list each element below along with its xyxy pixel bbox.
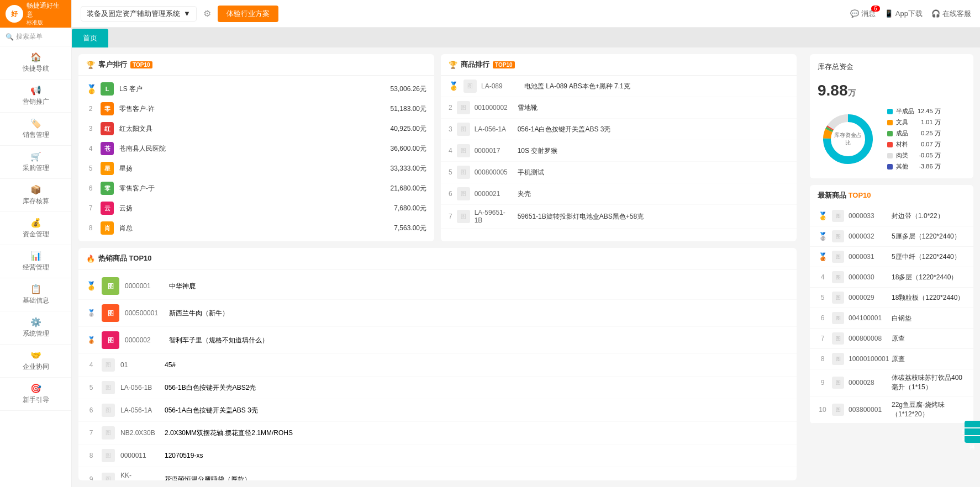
table-row: 3 图 LA-056-1A 056-1A白色按键开关盖ABS 3壳 (441, 119, 797, 140)
sidebar-search[interactable]: 🔍 搜索菜单 (0, 28, 71, 46)
list-item: 10 图 003800001 22g鱼豆腐-烧烤味（1*12*20） (810, 396, 973, 424)
sidebar-item-guide[interactable]: 🎯 新手引导 (0, 378, 71, 411)
table-row: 2 图 001000002 雪地靴 (441, 97, 797, 119)
table-row: 5 图 000800005 手机测试 (441, 162, 797, 183)
product-code: 0000001 (125, 282, 164, 290)
legend-color (887, 153, 893, 158)
list-item: 9 图 0000028 体碳荔枝味苏打饮品400毫升（1*15） (810, 369, 973, 396)
list-item: 8 图 10000100001 原查 (810, 349, 973, 369)
sidebar-item-operation[interactable]: 📊 经营管理 (0, 245, 71, 278)
sidebar-item-finance[interactable]: 💰 资金管理 (0, 212, 71, 245)
product-ranking-badge: TOP10 (493, 61, 515, 68)
logo-icon: 好 (6, 5, 23, 23)
product-code: 004100001 (849, 314, 887, 322)
product-name: 12070519-xs (165, 452, 203, 459)
product-thumbnail: 图 (457, 123, 470, 136)
rank-number: 5 (818, 294, 828, 301)
avatar: 肖 (101, 221, 114, 235)
product-thumbnail: 图 (102, 277, 119, 295)
app-download-button[interactable]: 📱 App下载 (884, 9, 923, 19)
donut-center-label: 库存资金占比 (833, 131, 863, 147)
rank-number: 9 (818, 379, 828, 387)
avatar: 零 (101, 182, 114, 195)
tab-home[interactable]: 首页 (72, 29, 108, 47)
rank-number: 4 (86, 361, 96, 369)
trial-button[interactable]: 体验行业方案 (218, 6, 278, 22)
table-row: 6 图 0000021 夹壳 (441, 183, 797, 205)
legend-item: 半成品 12.45 万 (887, 107, 941, 115)
list-item: 5 图 0000029 18颗粒板（1220*2440） (810, 288, 973, 308)
list-item: 7 图 000800008 原查 (810, 329, 973, 349)
product-code: 001000002 (475, 104, 513, 112)
product-code: 000800005 (475, 168, 513, 176)
customer-amount: 21,680.00元 (391, 184, 426, 193)
settings-icon[interactable]: ⚙ (203, 8, 211, 19)
product-code: 0000011 (120, 452, 159, 459)
hot-products-list: 🥇 图 0000001 中华神鹿 🥈 图 000500001 新西兰牛肉（新牛）… (78, 269, 797, 480)
product-name: 智利车子里（规格不知道填什么） (169, 336, 268, 345)
legend-item: 文具 1.01 万 (887, 118, 941, 126)
list-item: 🥇 图 0000033 封边带（1.0*22） (810, 206, 973, 226)
product-code: LA-056-1B (120, 384, 159, 391)
sidebar-item-base-info[interactable]: 📋 基础信息 (0, 278, 71, 311)
product-code: LA-056-1A (475, 125, 513, 133)
product-code: 0000030 (849, 273, 887, 281)
product-name: 18颗粒板（1220*2440） (892, 293, 966, 303)
rank-medal: 🥇 (86, 84, 95, 94)
avatar: L (101, 82, 114, 96)
sidebar-item-marketing[interactable]: 📢 营销推广 (0, 80, 71, 113)
sidebar-item-cooperation[interactable]: 🤝 企业协同 (0, 345, 71, 378)
product-thumbnail: 图 (832, 404, 844, 416)
system-selector[interactable]: 装备及固定资产辅助管理系统 ▼ (81, 6, 197, 22)
rank-number: 9 (86, 475, 96, 480)
medal-icon: 🏆 (449, 61, 457, 69)
rank-number: 10 (818, 406, 828, 414)
product-name: 雪地靴 (518, 103, 789, 113)
rank-number: 4 (449, 147, 452, 155)
rank-number: 8 (86, 452, 96, 459)
product-name: 59651-1B旋转投影灯电池盒ABS黑色+58克 (518, 212, 789, 221)
table-row: 3 红 红太阳文具 40,925.00元 (78, 119, 434, 139)
list-item: 9 图 KK-SD22110H 花语萌恒温分腿睡袋（厚款） (78, 467, 797, 480)
product-thumbnail: 图 (832, 292, 844, 304)
product-code: 003800001 (849, 406, 887, 414)
rank-number: 8 (818, 355, 828, 363)
table-row: 6 零 零售客户-于 21,680.00元 (78, 178, 434, 198)
avatar: 星 (101, 162, 114, 175)
product-thumbnail: 图 (832, 271, 844, 283)
rank-number: 5 (449, 168, 452, 176)
product-thumbnail: 图 (102, 404, 115, 417)
list-item: 🥇 图 0000001 中华神鹿 (78, 273, 797, 300)
service-community-button[interactable]: 服务社区 (965, 428, 980, 435)
product-code: 000500001 (125, 309, 164, 317)
online-service-button[interactable]: 🎧 在线客服 (931, 9, 971, 19)
product-code: 10000100001 (849, 355, 887, 363)
legend-color (887, 131, 893, 136)
rank-number: 2 (449, 104, 452, 112)
hot-products-header: 🔥 热销商品 TOP10 (78, 248, 797, 269)
hot-products-title: 热销商品 TOP10 (98, 253, 152, 263)
product-name: 056-1A白色按键开关盖ABS 3壳 (165, 406, 258, 415)
customer-service-button[interactable]: 客服热线 (965, 421, 980, 427)
sidebar-item-system[interactable]: ⚙️ 系统管理 (0, 311, 71, 345)
operation-icon: 📊 (30, 251, 41, 261)
list-item: 7 图 NB2.0X30B 2.0X30MM双摆花轴.摆花直径2.1MM/ROH… (78, 422, 797, 444)
sidebar-item-purchase[interactable]: 🛒 采购管理 (0, 146, 71, 179)
messages-button[interactable]: 💬 消息 6 (850, 9, 876, 19)
product-name: 中华神鹿 (169, 282, 196, 291)
live-stream-button[interactable]: 直播 (965, 436, 980, 443)
product-name: 原查 (892, 354, 966, 364)
customer-name: 红太阳文具 (119, 124, 385, 134)
product-thumbnail: 图 (457, 144, 470, 157)
sidebar-item-quick-nav[interactable]: 🏠 快捷导航 (0, 46, 71, 80)
product-code: LA-089 (481, 82, 520, 90)
sidebar-item-sales[interactable]: 🏷️ 销售管理 (0, 113, 71, 146)
customer-ranking-title: 客户排行 (98, 60, 127, 70)
sidebar-item-inventory[interactable]: 📦 库存核算 (0, 179, 71, 212)
rank-number: 6 (86, 406, 96, 414)
inventory-summary-title: 库存总资金 (818, 62, 853, 72)
product-thumbnail: 图 (102, 473, 115, 480)
list-item: 🥈 图 000500001 新西兰牛肉（新牛） (78, 300, 797, 327)
product-thumbnail: 图 (102, 381, 115, 394)
product-ranking-header: 🏆 商品排行 TOP10 (441, 54, 797, 76)
